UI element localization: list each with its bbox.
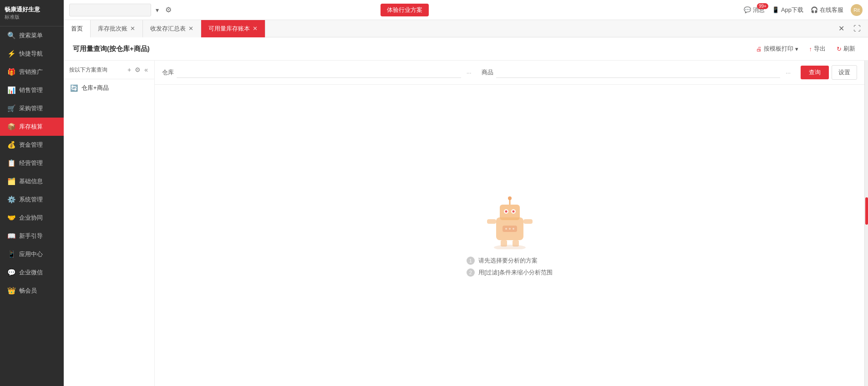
- topbar: ▾ ⚙ 体验行业方案 💬 消息 99+ 📱 App下载 🎧 在线客服 Rit: [64, 0, 868, 20]
- close-tab-available-ledger[interactable]: ✕: [253, 26, 258, 31]
- product-input[interactable]: [496, 67, 781, 78]
- sidebar-icon-enterprise: 🤝: [7, 214, 15, 222]
- tab-receive-summary[interactable]: 收发存汇总表✕: [143, 20, 201, 37]
- export-icon: ↑: [809, 46, 812, 52]
- main-panel: 仓库 ··· 商品 ··· 查询 设置: [155, 61, 864, 386]
- svg-point-16: [494, 245, 526, 249]
- product-label: 商品: [482, 68, 493, 77]
- sidebar-label-inventory: 库存核算: [19, 123, 43, 131]
- filter-panel: 按以下方案查询 + ⚙ « 🔄 仓库+商品: [64, 61, 155, 386]
- sidebar-icon-sales: 📊: [7, 86, 15, 94]
- sidebar-icon-purchase: 🛒: [7, 104, 15, 113]
- trial-btn[interactable]: 体验行业方案: [381, 4, 429, 16]
- export-label: 导出: [814, 45, 826, 53]
- filter-collapse-btn[interactable]: «: [143, 65, 149, 74]
- product-field: 商品 ···: [482, 67, 794, 78]
- tab-label-home: 首页: [71, 25, 83, 33]
- sidebar-label-purchase: 采购管理: [19, 104, 43, 113]
- sidebar-item-operations[interactable]: 📋经营管理: [0, 154, 64, 172]
- sidebar-item-sales[interactable]: 📊销售管理: [0, 81, 64, 99]
- empty-illustration: [482, 195, 537, 249]
- close-tab-receive-summary[interactable]: ✕: [188, 26, 193, 31]
- sidebar-icon-shortcut: ⚡: [7, 50, 15, 58]
- app-download-label: App下载: [781, 6, 803, 14]
- sidebar-label-sales: 销售管理: [19, 86, 43, 94]
- tab-available-ledger[interactable]: 可用量库存账本✕: [201, 20, 265, 37]
- filter-panel-title: 按以下方案查询: [69, 66, 107, 74]
- online-service-btn[interactable]: 🎧 在线客服: [811, 6, 843, 14]
- scrollbar-thumb[interactable]: [865, 197, 868, 225]
- sidebar-label-appstore: 应用中心: [19, 250, 43, 258]
- warehouse-more-btn[interactable]: ···: [464, 68, 474, 77]
- close-tab-batch-ledger[interactable]: ✕: [130, 26, 135, 31]
- warehouse-field: 仓库 ···: [162, 67, 474, 78]
- brand-name: 畅康通好生意: [5, 5, 59, 14]
- empty-hints: 1 请先选择要分析的方案 2 用[过滤]条件来缩小分析范围: [467, 257, 553, 277]
- sidebar-item-appstore[interactable]: 📱应用中心: [0, 245, 64, 263]
- filter-header-actions: + ⚙ «: [127, 65, 149, 74]
- refresh-btn[interactable]: ↻ 刷新: [833, 43, 859, 55]
- print-template-btn[interactable]: 🖨 按模板打印 ▾: [752, 43, 802, 55]
- sidebar-item-shortcut[interactable]: ⚡快捷导航: [0, 45, 64, 63]
- sidebar-icon-operations: 📋: [7, 159, 15, 167]
- brand-sub: 标准版: [5, 14, 59, 21]
- sidebar-item-purchase[interactable]: 🛒采购管理: [0, 99, 64, 118]
- empty-state: 1 请先选择要分析的方案 2 用[过滤]条件来缩小分析范围: [155, 85, 864, 386]
- settings-btn[interactable]: 设置: [832, 65, 857, 80]
- sidebar-item-enterprise[interactable]: 🤝企业协同: [0, 209, 64, 227]
- scheme-icon: 🔄: [70, 84, 78, 92]
- sidebar-icon-wechat: 💬: [7, 268, 15, 277]
- close-window-btn[interactable]: ✕: [835, 22, 848, 35]
- main-area: ▾ ⚙ 体验行业方案 💬 消息 99+ 📱 App下载 🎧 在线客服 Rit: [64, 0, 868, 386]
- product-more-btn[interactable]: ···: [783, 68, 793, 77]
- topbar-gear-btn[interactable]: ⚙: [163, 4, 173, 16]
- query-btn[interactable]: 查询: [801, 66, 829, 79]
- warehouse-input[interactable]: [177, 67, 461, 78]
- sidebar-item-inventory[interactable]: 📦库存核算: [0, 118, 64, 136]
- maximize-window-btn[interactable]: ⛶: [850, 23, 864, 35]
- sidebar-icon-inventory: 📦: [7, 123, 15, 131]
- page-header: 可用量查询(按仓库+商品) 🖨 按模板打印 ▾ ↑ 导出 ↻ 刷新: [64, 37, 868, 61]
- messages-btn[interactable]: 💬 消息 99+: [744, 6, 765, 14]
- hint1-text: 请先选择要分析的方案: [478, 257, 538, 265]
- svg-point-7: [508, 196, 512, 200]
- hint2-text: 用[过滤]条件来缩小分析范围: [478, 268, 553, 277]
- sidebar-icon-newbie: 📖: [7, 232, 15, 240]
- export-btn[interactable]: ↑ 导出: [806, 43, 830, 55]
- topbar-dropdown-btn[interactable]: ▾: [154, 5, 161, 15]
- tab-batch-ledger[interactable]: 库存批次账✕: [91, 20, 143, 37]
- tab-home[interactable]: 首页: [64, 20, 91, 37]
- sidebar-item-finance[interactable]: 💰资金管理: [0, 136, 64, 154]
- tab-window-actions: ✕ ⛶: [835, 22, 868, 35]
- sidebar-item-basic[interactable]: 🗂️基础信息: [0, 172, 64, 190]
- sidebar-nav: 🔍搜索菜单⚡快捷导航🎁营销推广📊销售管理🛒采购管理📦库存核算💰资金管理📋经营管理…: [0, 26, 64, 386]
- sidebar-label-enterprise: 企业协同: [19, 214, 43, 222]
- sidebar-label-finance: 资金管理: [19, 141, 43, 149]
- content-area: 按以下方案查询 + ⚙ « 🔄 仓库+商品 仓库 ···: [64, 61, 868, 386]
- messages-badge: 99+: [757, 3, 768, 9]
- app-download-btn[interactable]: 📱 App下载: [772, 6, 803, 14]
- sidebar-label-shortcut: 快捷导航: [19, 50, 43, 58]
- headset-icon: 🎧: [811, 6, 818, 13]
- sidebar-icon-appstore: 📱: [7, 250, 15, 258]
- avatar-text: Rit: [853, 7, 859, 13]
- sidebar-item-search[interactable]: 🔍搜索菜单: [0, 26, 64, 45]
- sidebar-item-newbie[interactable]: 📖新手引导: [0, 227, 64, 245]
- sidebar-item-system[interactable]: ⚙️系统管理: [0, 190, 64, 209]
- topbar-search-input[interactable]: [69, 4, 151, 16]
- filter-add-btn[interactable]: +: [127, 65, 132, 74]
- filter-scheme-item[interactable]: 🔄 仓库+商品: [64, 79, 154, 97]
- sidebar-item-marketing[interactable]: 🎁营销推广: [0, 63, 64, 81]
- sidebar-label-newbie: 新手引导: [19, 232, 43, 240]
- sidebar-item-wechat[interactable]: 💬企业微信: [0, 263, 64, 282]
- user-area[interactable]: Rit: [851, 4, 863, 16]
- filter-panel-header: 按以下方案查询 + ⚙ «: [64, 61, 154, 79]
- filter-settings-btn[interactable]: ⚙: [134, 65, 142, 74]
- sidebar: 畅康通好生意 标准版 🔍搜索菜单⚡快捷导航🎁营销推广📊销售管理🛒采购管理📦库存核…: [0, 0, 64, 386]
- tab-label-batch-ledger: 库存批次账: [98, 25, 127, 33]
- sidebar-icon-finance: 💰: [7, 141, 15, 149]
- topbar-search-area: ▾ ⚙: [69, 4, 377, 16]
- sidebar-item-member[interactable]: 👑畅会员: [0, 282, 64, 300]
- avatar: Rit: [851, 4, 863, 16]
- sidebar-icon-marketing: 🎁: [7, 68, 15, 76]
